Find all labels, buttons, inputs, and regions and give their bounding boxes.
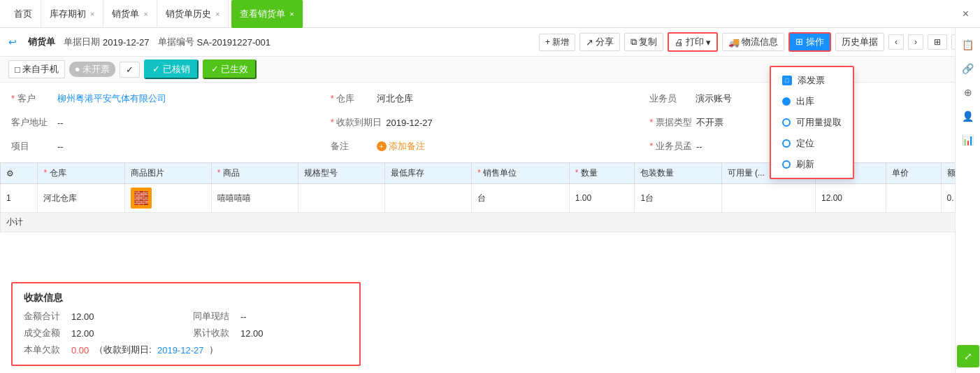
ticket-type-value: 不开票 bbox=[696, 116, 723, 129]
payment-due-row: 收款到期日 2019-12-27 bbox=[331, 113, 650, 132]
col-product: 商品 bbox=[211, 163, 298, 184]
not-opened-icon: ● bbox=[75, 64, 80, 74]
document-info: ↩ 销货单 单据日期 2019-12-27 单据编号 SA-20191227-0… bbox=[8, 36, 533, 48]
global-close-button[interactable]: × bbox=[957, 8, 974, 20]
tab-sales-history[interactable]: 销货单历史 × bbox=[157, 0, 229, 28]
dropdown-available-extract[interactable]: 可用量提取 bbox=[771, 112, 853, 133]
prev-button[interactable]: ‹ bbox=[888, 34, 904, 50]
dropdown-available-extract-label: 可用量提取 bbox=[796, 116, 842, 129]
tab-inventory-init[interactable]: 库存期初 × bbox=[41, 0, 103, 28]
from-mobile-button[interactable]: □ 来自手机 bbox=[8, 60, 65, 78]
toolbar: ↩ 销货单 单据日期 2019-12-27 单据编号 SA-20191227-0… bbox=[0, 28, 980, 57]
same-order-settlement-label: 同单现结 bbox=[193, 310, 235, 323]
not-opened-button[interactable]: ● 未开票 bbox=[69, 62, 115, 77]
already-effective-button[interactable]: ✓ 已生效 bbox=[203, 59, 257, 79]
col-spec: 规格型号 bbox=[298, 163, 385, 184]
share-button[interactable]: ↗ 分享 bbox=[579, 33, 620, 51]
subtotal-label: 小计 bbox=[1, 213, 980, 232]
cell-current-stock: 12.00 bbox=[816, 184, 886, 213]
print-icon: 🖨 bbox=[675, 37, 684, 48]
total-amount-label: 金额合计 bbox=[24, 310, 66, 323]
col-warehouse: 仓库 bbox=[38, 163, 124, 184]
customer-row: 客户 柳州粤港平安气体有限公司 bbox=[11, 90, 331, 108]
next-button[interactable]: › bbox=[908, 34, 923, 50]
doc-number-label: 单据编号 bbox=[158, 36, 194, 48]
dropdown-refresh-label: 刷新 bbox=[796, 158, 814, 171]
operation-dropdown-menu: □ 添发票 出库 可用量提取 定位 刷新 bbox=[770, 66, 854, 179]
sidebar-icon-chart[interactable]: 📊 bbox=[957, 129, 979, 151]
new-button[interactable]: + 新增 bbox=[539, 34, 575, 51]
customer-address-value: -- bbox=[57, 118, 64, 128]
print-button[interactable]: 🖨 打印 ▾ bbox=[668, 32, 718, 52]
notes-label: 备注 bbox=[331, 140, 373, 153]
tab-sales-close[interactable]: × bbox=[143, 10, 147, 18]
col-sales-unit: 销售单位 bbox=[472, 163, 569, 184]
tab-history-close[interactable]: × bbox=[215, 10, 219, 18]
table-row: 1 河北仓库 🧱 嘻嘻嘻嘻 台 1.00 1台 12.00 0. bbox=[1, 184, 980, 213]
dropdown-add-invoice[interactable]: □ 添发票 bbox=[771, 70, 853, 91]
cell-package-qty: 1台 bbox=[635, 184, 721, 213]
customer-address-row: 客户地址 -- bbox=[11, 113, 331, 132]
table-area: ⚙ 仓库 商品图片 商品 规格型号 最低库存 销售单位 数量 包装数量 可用量 … bbox=[0, 162, 980, 275]
share-icon: ↗ bbox=[586, 37, 593, 48]
dropdown-outbound[interactable]: 出库 bbox=[771, 91, 853, 112]
sidebar-icon-add[interactable]: ⊕ bbox=[957, 81, 979, 104]
logistics-button[interactable]: 🚚 物流信息 bbox=[722, 33, 784, 51]
customer-value[interactable]: 柳州粤港平安气体有限公司 bbox=[57, 92, 166, 105]
product-image-thumbnail: 🧱 bbox=[131, 188, 152, 209]
available-extract-icon bbox=[782, 118, 791, 127]
this-order-arrears-label: 本单欠款 bbox=[24, 344, 66, 356]
add-notes-icon: + bbox=[377, 141, 387, 151]
tab-home[interactable]: 首页 bbox=[6, 0, 41, 28]
history-button[interactable]: 历史单据 bbox=[835, 33, 884, 51]
operation-button[interactable]: ⊞ 操作 bbox=[788, 32, 831, 52]
salesperson-label: 业务员 bbox=[649, 92, 691, 105]
dropdown-refresh[interactable]: 刷新 bbox=[771, 154, 853, 175]
payment-grid: 金额合计 12.00 同单现结 -- 成交金额 12.00 累计收款 12.00… bbox=[24, 310, 348, 356]
arrears-note: （收款到期日: bbox=[94, 344, 152, 356]
same-order-settlement-value: -- bbox=[240, 311, 247, 322]
cumulative-collection-row: 累计收款 12.00 bbox=[193, 327, 348, 339]
doc-date-field: 单据日期 2019-12-27 bbox=[64, 36, 150, 48]
payment-due-value: 2019-12-27 bbox=[386, 118, 433, 128]
cell-quantity: 1.00 bbox=[569, 184, 635, 213]
copy-button[interactable]: ⧉ 复制 bbox=[624, 33, 663, 51]
col-settings[interactable]: ⚙ bbox=[1, 163, 38, 184]
cell-available bbox=[721, 184, 815, 213]
tab-sales-label: 销货单 bbox=[112, 8, 139, 20]
doc-number-value: SA-20191227-001 bbox=[197, 37, 271, 48]
refresh-icon bbox=[782, 160, 791, 169]
tab-check-sales-close[interactable]: × bbox=[289, 10, 294, 18]
sidebar-icon-expand[interactable]: ⤢ bbox=[957, 345, 979, 367]
this-order-arrears-value: 0.00 bbox=[71, 345, 89, 356]
project-value: -- bbox=[57, 141, 64, 152]
arrears-date: 2019-12-27 bbox=[157, 345, 204, 356]
doc-type-label: 销货单 bbox=[28, 36, 55, 48]
transaction-amount-label: 成交金额 bbox=[24, 327, 66, 339]
col-unit-price: 单价 bbox=[886, 163, 941, 184]
cancelled-check-icon: ✓ bbox=[152, 64, 160, 74]
view-grid-button[interactable]: ⊞ bbox=[928, 34, 947, 50]
tab-check-sales[interactable]: 查看销货单 × bbox=[231, 0, 303, 28]
tab-sales-order[interactable]: 销货单 × bbox=[103, 0, 157, 28]
warehouse-label: 仓库 bbox=[331, 92, 373, 105]
project-row: 项目 -- bbox=[11, 137, 331, 155]
sidebar-icon-doc[interactable]: 📋 bbox=[957, 34, 979, 56]
sidebar-icon-user[interactable]: 👤 bbox=[957, 105, 979, 127]
sidebar-icon-link[interactable]: 🔗 bbox=[957, 57, 979, 80]
col-quantity: 数量 bbox=[569, 163, 635, 184]
cumulative-collection-value: 12.00 bbox=[240, 328, 264, 339]
tab-inventory-close[interactable]: × bbox=[90, 10, 94, 18]
cell-product-image: 🧱 bbox=[124, 184, 211, 213]
salesperson2-label: 业务员孟 bbox=[649, 140, 692, 153]
payment-info-section: 收款信息 金额合计 12.00 同单现结 -- 成交金额 12.00 累计收款 … bbox=[11, 282, 361, 366]
dropdown-locate-label: 定位 bbox=[796, 137, 814, 150]
doc-date-label: 单据日期 bbox=[64, 36, 100, 48]
check-icon-button[interactable]: ✓ bbox=[120, 62, 140, 78]
dropdown-locate[interactable]: 定位 bbox=[771, 133, 853, 154]
already-cancelled-button[interactable]: ✓ 已核销 bbox=[144, 59, 199, 79]
subtotal-row: 小计 bbox=[1, 213, 980, 232]
salesperson2-value: -- bbox=[696, 141, 702, 152]
add-notes-button[interactable]: + 添加备注 bbox=[377, 140, 425, 153]
col-min-stock: 最低库存 bbox=[385, 163, 472, 184]
